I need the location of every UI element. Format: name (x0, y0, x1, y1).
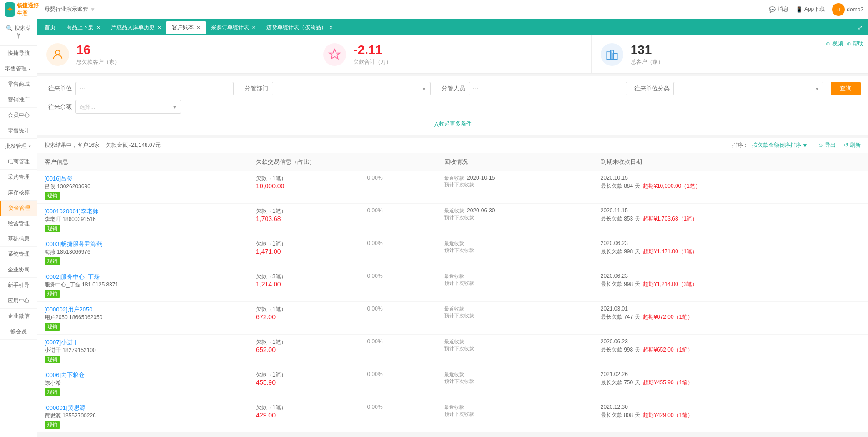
tab-close-production[interactable]: ✕ (157, 25, 161, 30)
customers-icon (46, 43, 69, 66)
filter-person-input[interactable]: ··· (469, 82, 627, 95)
customer-name-link[interactable]: [0006]去下粮仓 (45, 371, 241, 379)
customer-info-cell: [0001020001]李老师 李老师 18600391516 现销 (37, 204, 249, 236)
filter-person-label: 分管人员 (438, 85, 465, 93)
sort-arrow-icon: ▼ (802, 142, 808, 149)
overdue-link[interactable]: 超期¥1,703.68（1笔） (643, 216, 697, 222)
sort-select[interactable]: 按欠款金额倒序排序 ▼ (752, 141, 808, 149)
filter-dept-select[interactable]: ▼ (272, 82, 430, 95)
query-button[interactable]: 查询 (831, 82, 861, 95)
overdue-days: 最长欠款 808 天 (601, 412, 642, 418)
overdue-link[interactable]: 超期¥1,471.00（1笔） (643, 248, 697, 255)
tab-products-off[interactable]: 商品上下架 ✕ (61, 21, 105, 34)
refresh-btn[interactable]: ↺ 刷新 (844, 141, 861, 149)
due-date: 2020.12.30 (601, 404, 861, 410)
sidebar-item-retail-mall[interactable]: 零售商城 (0, 77, 37, 92)
sidebar-item-retail-mgmt[interactable]: 零售管理 ▲ (0, 61, 37, 77)
stats-row: 16 总欠款客户（家） -2.11 欠款合计（万） (37, 35, 868, 74)
sidebar-item-business[interactable]: 经营管理 (0, 216, 37, 231)
next-label: 预计下次收款 (444, 280, 474, 286)
status-badge: 现销 (45, 356, 60, 363)
overdue-days: 最长欠款 998 天 (601, 248, 642, 255)
filter-balance-select[interactable]: 选择... ▼ (75, 100, 181, 114)
customer-name-link[interactable]: [000001]黄思源 (45, 404, 241, 412)
next-label: 预计下次收款 (444, 378, 474, 384)
export-btn[interactable]: ⊙ 导出 (818, 141, 835, 149)
overdue-link[interactable]: 超期¥1,214.00（3笔） (643, 281, 697, 287)
sidebar-item-system[interactable]: 系统管理 (0, 247, 37, 262)
sidebar-item-basic-info[interactable]: 基础信息 (0, 231, 37, 247)
customer-info-cell: [000001]黄思源 黄思源 13552700226 现销 (37, 400, 249, 433)
tab-inventory-summary[interactable]: 进货单统计表（按商品） ✕ (261, 21, 338, 34)
tab-customer-account[interactable]: 客户账本 ✕ (166, 21, 206, 34)
tab-close-purchase[interactable]: ✕ (252, 25, 256, 30)
sidebar-item-inventory[interactable]: 库存核算 (0, 185, 37, 201)
sidebar-item-quick-nav[interactable]: 快捷导航 (0, 46, 37, 61)
app-download-btn[interactable]: 📱 App下载 (796, 5, 825, 13)
due-date: 2020.10.15 (601, 175, 861, 181)
filter-category-select[interactable]: ▼ (673, 82, 823, 95)
sidebar-item-app-center[interactable]: 应用中心 (0, 293, 37, 309)
sidebar-search-area[interactable]: 🔍 搜索菜单 (0, 19, 37, 46)
customer-name-link[interactable]: [0003]畅捷服务尹海燕 (45, 240, 241, 248)
overdue-link[interactable]: 超期¥652.00（1笔） (643, 347, 693, 353)
help-btn[interactable]: ⊙ 帮助 (847, 40, 863, 48)
recent-date: 2020-06-30 (467, 207, 495, 214)
customer-name-link[interactable]: [000002]用户2050 (45, 306, 241, 314)
overdue-link[interactable]: 超期¥429.00（1笔） (643, 412, 693, 418)
chevron-down-icon: ▲ (28, 67, 32, 71)
sidebar-item-free-member[interactable]: 畅会员 (0, 324, 37, 340)
debt-percent: 0.00% (367, 175, 383, 181)
sidebar-item-batch-mgmt[interactable]: 批发管理 ▼ (0, 139, 37, 154)
due-date: 2021.03.01 (601, 306, 861, 312)
overdue-link[interactable]: 超期¥455.90（1笔） (643, 379, 693, 386)
video-help-btn[interactable]: ⊙ 视频 (826, 40, 843, 48)
sidebar-item-marketing[interactable]: 营销推广 (0, 92, 37, 108)
minimize-icon[interactable]: — (848, 24, 854, 31)
overdue-link[interactable]: 超期¥672.00（1笔） (643, 314, 693, 320)
customer-info-cell: [0002]服务中心_丁磊 服务中心_丁磊 181 0125 8371 现销 (37, 269, 249, 302)
customer-name-link[interactable]: [0001020001]李老师 (45, 207, 241, 216)
amount-icon (323, 43, 346, 66)
sidebar-item-purchase[interactable]: 采购管理 (0, 170, 37, 185)
overdue-days: 最长欠款 884 天 (601, 183, 642, 189)
search-menu-btn[interactable]: 🔍 搜索菜单 (3, 23, 34, 42)
user-avatar-area[interactable]: d demo2 (832, 3, 863, 16)
customer-name-link[interactable]: [0016]吕俊 (45, 175, 241, 183)
sidebar-item-enterprise-coop[interactable]: 企业协同 (0, 262, 37, 278)
tab-close-customer[interactable]: ✕ (196, 25, 200, 30)
customer-phone: 小进干 18279152100 (45, 347, 241, 354)
top-right-area: 💬 消息 📱 App下载 d demo2 (769, 3, 863, 16)
message-btn[interactable]: 💬 消息 (769, 5, 788, 13)
sidebar-item-enterprise-wechat[interactable]: 企业微信 (0, 309, 37, 324)
debt-percent-cell: 0.00% (356, 171, 437, 204)
tab-close-inventory[interactable]: ✕ (329, 25, 333, 30)
debt-amount: 1,703.68 (256, 215, 349, 222)
overdue-link[interactable]: 超期¥10,000.00（1笔） (643, 183, 701, 189)
sidebar-item-capital[interactable]: 资金管理 (0, 201, 37, 216)
filter-category: 往来单位分类 ▼ (634, 82, 823, 95)
sidebar-item-member[interactable]: 会员中心 (0, 108, 37, 123)
customer-name-link[interactable]: [0002]服务中心_丁磊 (45, 273, 241, 281)
tab-close-products[interactable]: ✕ (96, 25, 100, 30)
filter-source-input[interactable]: ··· (75, 82, 234, 95)
sidebar-item-retail-stats[interactable]: 零售统计 (0, 123, 37, 139)
debt-percent-cell: 0.00% (356, 269, 437, 302)
sidebar-item-new-guide[interactable]: 新手引导 (0, 278, 37, 293)
tab-purchase-summary[interactable]: 采购订单统计表 ✕ (206, 21, 261, 34)
tab-bar: 首页 商品上下架 ✕ 产成品入库单历史 ✕ 客户账本 ✕ 采购订单统计表 ✕ (37, 19, 868, 35)
recent-label: 最近收款 (444, 339, 467, 344)
sidebar-item-ecommerce[interactable]: 电商管理 (0, 154, 37, 170)
overdue-days: 最长欠款 998 天 (601, 347, 642, 353)
avatar: d (832, 3, 845, 16)
tab-home[interactable]: 首页 (39, 21, 61, 34)
maximize-icon[interactable]: ⤢ (858, 24, 863, 31)
next-label: 预计下次收款 (444, 182, 474, 187)
store-selector[interactable]: 母婴行业演示账套 ▼ (41, 5, 109, 13)
data-table: 客户信息 欠款交易信息（占比） 回收情况 到期未收款日期 [0016]吕俊 吕俊… (37, 153, 868, 433)
customer-name-link[interactable]: [0007]小进干 (45, 338, 241, 347)
tab-production-history[interactable]: 产成品入库单历史 ✕ (105, 21, 166, 34)
debt-percent: 0.00% (367, 273, 383, 279)
filter-balance: 往来余额 选择... ▼ (45, 100, 181, 114)
collapse-button[interactable]: ⋀ 收起更多条件 (45, 118, 861, 130)
